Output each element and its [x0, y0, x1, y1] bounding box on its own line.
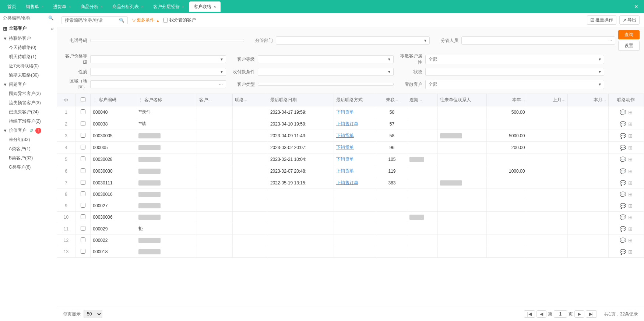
search-box[interactable]: 🔍	[61, 16, 128, 24]
row-actions[interactable]: 💬 ⊞	[608, 118, 644, 130]
row-actions[interactable]: 💬 ⊞	[608, 246, 644, 258]
collapse-icon[interactable]: «	[51, 26, 54, 32]
row-method[interactable]: 下销货单	[334, 106, 377, 118]
row-check[interactable]	[75, 142, 91, 154]
row-actions[interactable]: 💬 ⊞	[608, 165, 644, 177]
row-method[interactable]: 下销货单	[334, 142, 377, 154]
tab-customer-segment[interactable]: 客户分层经营 ×	[149, 1, 189, 12]
customer-grade-select[interactable]: ▾	[258, 55, 394, 63]
chat-icon[interactable]: 💬	[620, 168, 626, 174]
row-actions[interactable]: 💬 ⊞	[608, 130, 644, 142]
row-checkbox[interactable]	[81, 203, 85, 208]
chat-icon[interactable]: 💬	[620, 237, 626, 243]
row-checkbox[interactable]	[81, 226, 85, 231]
row-checkbox[interactable]	[81, 145, 85, 149]
row-method[interactable]: 下销货单	[334, 154, 377, 165]
sidebar-item-churned[interactable]: 已流失客户(24)	[0, 107, 57, 117]
grid-action-icon[interactable]: ⊞	[628, 203, 633, 209]
row-actions[interactable]: 💬 ⊞	[608, 177, 644, 189]
row-actions[interactable]: 💬 ⊞	[608, 154, 644, 165]
tab-product-analysis[interactable]: 商品分析 ×	[76, 1, 107, 12]
grid-action-icon[interactable]: ⊞	[628, 180, 633, 186]
row-checkbox[interactable]	[81, 214, 85, 219]
row-check[interactable]	[75, 246, 91, 258]
method-link[interactable]: 下销售订单	[336, 121, 358, 126]
row-check[interactable]	[75, 177, 91, 189]
sidebar-item-tomorrow[interactable]: 明天待联络(1)	[0, 52, 57, 61]
sidebar-item-churn-warn[interactable]: 流失预警客户(3)	[0, 98, 57, 107]
sidebar-item-ungrouped[interactable]: 未分组(32)	[0, 135, 57, 144]
settings-icon[interactable]: ⚙	[64, 98, 68, 103]
grid-action-icon[interactable]: ⊞	[628, 156, 633, 162]
sidebar-item-7days[interactable]: 近7天待联络(0)	[0, 61, 57, 71]
grid-action-icon[interactable]: ⊞	[628, 168, 633, 174]
sidebar-search-input[interactable]	[3, 15, 47, 21]
grid-action-icon[interactable]: ⊞	[628, 109, 633, 115]
row-method[interactable]: 下销货单	[334, 130, 377, 142]
tab-purchase[interactable]: 进货单 ×	[49, 1, 75, 12]
phone-input[interactable]	[90, 39, 244, 42]
more-conditions-btn[interactable]: ▽ 更多条件	[132, 17, 159, 23]
row-method[interactable]	[334, 200, 377, 212]
col-checkbox[interactable]	[75, 94, 91, 106]
retail-attr-select[interactable]: 全部 ▾	[425, 55, 604, 64]
row-actions[interactable]: 💬 ⊞	[608, 223, 644, 235]
chat-icon[interactable]: 💬	[620, 133, 626, 139]
reset-button[interactable]: 设置	[618, 41, 640, 51]
row-method[interactable]	[334, 235, 377, 246]
close-all-tabs[interactable]: ×	[631, 3, 641, 11]
row-checkbox[interactable]	[81, 156, 85, 161]
row-checkbox[interactable]	[81, 249, 85, 254]
row-check[interactable]	[75, 154, 91, 165]
sidebar-item-hoarding[interactable]: 囤购异常客户(2)	[0, 89, 57, 98]
row-actions[interactable]: 💬 ⊞	[608, 189, 644, 200]
sidebar-item-today[interactable]: 今天待联络(0)	[0, 43, 57, 52]
row-check[interactable]	[75, 118, 91, 130]
region-input[interactable]: ···	[90, 80, 226, 88]
row-actions[interactable]: 💬 ⊞	[608, 212, 644, 223]
grid-action-icon[interactable]: ⊞	[628, 214, 633, 220]
select-all-checkbox[interactable]	[81, 97, 85, 102]
batch-op-button[interactable]: ☑ 批量操作	[587, 15, 616, 25]
row-checkbox[interactable]	[81, 168, 85, 173]
chat-icon[interactable]: 💬	[620, 214, 626, 220]
method-link[interactable]: 下销货单	[336, 133, 354, 138]
tab-purchase-close[interactable]: ×	[68, 4, 71, 9]
status-select[interactable]: ▾	[425, 68, 604, 76]
chat-icon[interactable]: 💬	[620, 109, 626, 115]
row-checkbox[interactable]	[81, 191, 85, 196]
sidebar-search-icon[interactable]: 🔍	[48, 15, 54, 21]
row-method[interactable]	[334, 223, 377, 235]
page-number-input[interactable]	[554, 310, 567, 318]
grid-action-icon[interactable]: ⊞	[628, 237, 633, 243]
price-grade-select[interactable]: ▾	[90, 55, 226, 63]
method-link[interactable]: 下销货单	[336, 145, 354, 150]
grid-action-icon[interactable]: ⊞	[628, 191, 633, 197]
row-check[interactable]	[75, 212, 91, 223]
grid-action-icon[interactable]: ⊞	[628, 145, 633, 151]
row-check[interactable]	[75, 165, 91, 177]
col-settings[interactable]: ⚙	[57, 94, 75, 106]
chat-icon[interactable]: 💬	[620, 203, 626, 209]
my-customers-check[interactable]: 我分管的客户	[163, 17, 196, 23]
first-page-btn[interactable]: |◀	[524, 310, 535, 318]
row-checkbox[interactable]	[81, 237, 85, 242]
export-button[interactable]: ↗ 导出	[619, 15, 640, 25]
per-page-select[interactable]: 50 100 200	[84, 310, 102, 318]
next-page-btn[interactable]: ▶	[574, 310, 584, 318]
sidebar-item-declining[interactable]: 持续下滑客户(2)	[0, 117, 57, 126]
row-actions[interactable]: 💬 ⊞	[608, 235, 644, 246]
prev-page-btn[interactable]: ◀	[536, 310, 546, 318]
chat-icon[interactable]: 💬	[620, 191, 626, 197]
refresh-icon[interactable]: ↺	[29, 128, 33, 133]
sidebar-item-class-c[interactable]: C类客户(6)	[0, 163, 57, 172]
chat-icon[interactable]: 💬	[620, 249, 626, 255]
chat-icon[interactable]: 💬	[620, 156, 626, 162]
row-method[interactable]	[334, 189, 377, 200]
chat-icon[interactable]: 💬	[620, 180, 626, 186]
row-method[interactable]: 下销货单	[334, 165, 377, 177]
row-checkbox[interactable]	[81, 180, 85, 185]
row-check[interactable]	[75, 200, 91, 212]
row-actions[interactable]: 💬 ⊞	[608, 142, 644, 154]
grid-action-icon[interactable]: ⊞	[628, 226, 633, 232]
